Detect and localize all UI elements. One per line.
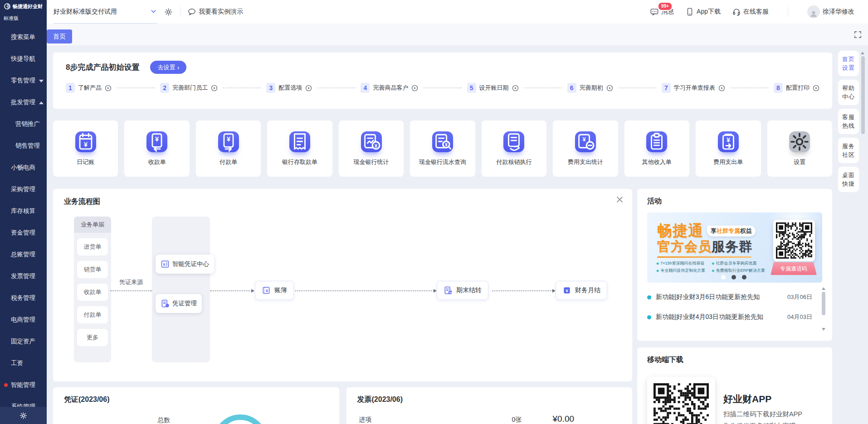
user-menu[interactable]: 徐泽华修改 [807,5,854,18]
invoice-amount: ¥0.00 [553,414,575,424]
flow-doc-sales-order[interactable]: 销货单 [77,261,108,278]
sidebar-item-general-ledger[interactable]: 总账管理 [0,244,47,265]
tabbar: 首页 [47,24,868,45]
payment-out-icon: ¥ [218,131,239,152]
cash-stats-icon: ¥ [361,131,382,152]
shortcut-other-income[interactable]: 其他收入单 [624,120,689,177]
setup-step-4[interactable]: 4完善商品客户 [361,83,418,93]
sidebar-item-fixed-assets[interactable]: 固定资产 [0,331,47,352]
activity-banner[interactable]: 畅捷通 享社群专属权益 官方会员服务群 7×15h资深顾问在线答疑 社群会员专享… [647,212,822,283]
flow-doc-receipt-order[interactable]: 收款单 [77,284,108,301]
banner-badge: 享社群专属权益 [707,226,756,236]
tab-home[interactable]: 首页 [47,29,72,43]
sidebar-item-tax[interactable]: 税务管理 [0,287,47,309]
play-icon[interactable] [305,85,312,92]
setup-step-7[interactable]: 7学习开单查报表 [662,83,725,93]
org-settings-gear-icon[interactable] [164,8,173,16]
sidebar-item-sales[interactable]: 销售管理 [0,135,47,157]
fullscreen-icon[interactable] [854,31,862,39]
rail-tab-home-settings[interactable]: 首页设置 [838,51,859,76]
play-icon[interactable] [813,85,819,92]
shortcut-cash-bank-query[interactable]: ¥现金银行流水查询 [410,120,475,177]
sidebar-settings-button[interactable] [0,407,47,424]
shortcut-journal[interactable]: ¥日记账 [53,120,118,177]
flow-node-ledger[interactable]: ¥ 账簿 [255,281,294,300]
shortcut-receipt-order[interactable]: ¥收款单 [124,120,189,177]
voucher-manage-icon [161,299,170,308]
flow-smart-voucher-center[interactable]: ¥ 智能凭证中心 [156,255,214,274]
play-icon[interactable] [606,85,613,92]
flow-connector [295,290,436,291]
setup-step-6[interactable]: 6完善期初 [567,83,613,93]
sidebar-item-wholesale[interactable]: 批发管理 [0,92,47,113]
setup-step-8[interactable]: 8配置打印 [774,83,819,93]
caret-up-icon [39,101,44,104]
rail-tab-service-community[interactable]: 服务社区 [838,138,859,163]
play-icon[interactable] [411,85,418,92]
scroll-up-icon[interactable] [822,287,825,290]
carousel-dot[interactable] [721,275,726,279]
shortcut-settings[interactable]: 设置 [767,120,832,177]
sidebar-item-marketing[interactable]: 营销推广 [0,113,47,135]
play-icon[interactable] [105,85,112,92]
setup-step-1[interactable]: 1了解产品 [66,83,112,93]
messages-button[interactable]: 99+ 消息 [650,8,674,16]
shortcut-payment-order[interactable]: ¥付款单 [196,120,261,177]
flow-voucher-management[interactable]: 凭证管理 [156,294,202,313]
scrollbar-thumb[interactable] [822,292,825,315]
play-icon[interactable] [211,85,218,92]
online-service-button[interactable]: 在线客服 [732,8,769,16]
rail-scroll-up-icon[interactable] [861,52,864,54]
shortcut-payment-verification[interactable]: 付款核销执行 [482,120,546,177]
flow-doc-payment-order[interactable]: 付款单 [77,306,108,323]
sidebar-item-xiaochang-ecommerce[interactable]: 小畅电商 [0,157,47,178]
flow-docs-header: 业务单据 [74,217,111,233]
shortcut-cash-bank-stats[interactable]: ¥现金银行统计 [339,120,404,177]
rail-tab-service-hotline[interactable]: 客服热线 [838,109,859,134]
sidebar-item-ecommerce[interactable]: 电商管理 [0,309,47,331]
phone-icon [686,8,694,16]
setup-step-3[interactable]: 3配置选项 [266,83,312,93]
rail-tab-help-center[interactable]: 帮助中心 [838,80,859,105]
news-item[interactable]: 新功能|好业财4月03日功能更新抢先知 04月03日 [647,307,822,327]
carousel-dot[interactable] [742,275,746,279]
rail-scrollbar-thumb[interactable] [861,56,865,134]
shortcut-row: ¥日记账 ¥收款单 ¥付款单 银行存取款单 ¥现金银行统计 ¥现金银行流水查询 … [53,120,832,177]
demo-link[interactable]: 我要看实例演示 [188,8,243,16]
app-download-button[interactable]: App下载 [686,8,721,16]
flow-node-period-carryover[interactable]: 期末结转 [437,281,488,300]
shortcut-expense-stats[interactable]: ¥费用支出统计 [553,120,618,177]
sidebar-item-funds[interactable]: 资金管理 [0,222,47,244]
sidebar-item-smart-management[interactable]: 智能管理 [0,374,47,396]
sidebar-item-invoice[interactable]: 发票管理 [0,265,47,287]
play-icon[interactable] [718,85,725,92]
group-qr-code [776,222,812,259]
step-connector [223,87,261,88]
carousel-dots [721,275,746,279]
sidebar-item-quick-nav[interactable]: 快捷导航 [0,48,47,70]
flow-node-month-close[interactable]: ¥ 财务月结 [556,281,607,300]
sidebar-item-search-menu[interactable]: 搜索菜单 [0,26,47,48]
shortcut-expense-order[interactable]: ¥费用支出单 [696,120,761,177]
org-selector[interactable]: 好业财标准版交付试用 [54,0,157,24]
shortcut-bank-deposit[interactable]: 银行存取款单 [267,120,332,177]
sidebar-item-purchase[interactable]: 采购管理 [0,178,47,200]
setup-step-2[interactable]: 2完善部门员工 [160,83,218,93]
app-desc-line2: 为你提供更多精彩内容哦~ [723,422,800,424]
banner-underline [657,256,751,258]
ledger-icon: ¥ [262,286,271,295]
flow-doc-more[interactable]: 更多 [77,329,108,346]
news-item[interactable]: 新功能|好业财3月6日功能更新抢先知 03月06日 [647,287,822,307]
sidebar-item-payroll[interactable]: 工资 [0,352,47,374]
sidebar-item-retail[interactable]: 零售管理 [0,70,47,92]
go-setup-button[interactable]: 去设置› [150,61,186,74]
setup-step-5[interactable]: 5设开账日期 [467,83,519,93]
flow-doc-purchase-order[interactable]: 进货单 [77,238,108,255]
close-icon[interactable] [616,196,623,203]
main-content: 8步完成产品初始设置 去设置› 1了解产品 2完善部门员工 3配置选项 4完善商… [53,53,832,424]
play-icon[interactable] [512,85,519,92]
carousel-dot[interactable] [731,275,736,279]
rail-tab-desktop-shortcut[interactable]: 桌面快捷 [838,167,859,192]
sidebar-item-inventory[interactable]: 库存核算 [0,200,47,222]
scroll-down-icon[interactable] [822,328,825,331]
